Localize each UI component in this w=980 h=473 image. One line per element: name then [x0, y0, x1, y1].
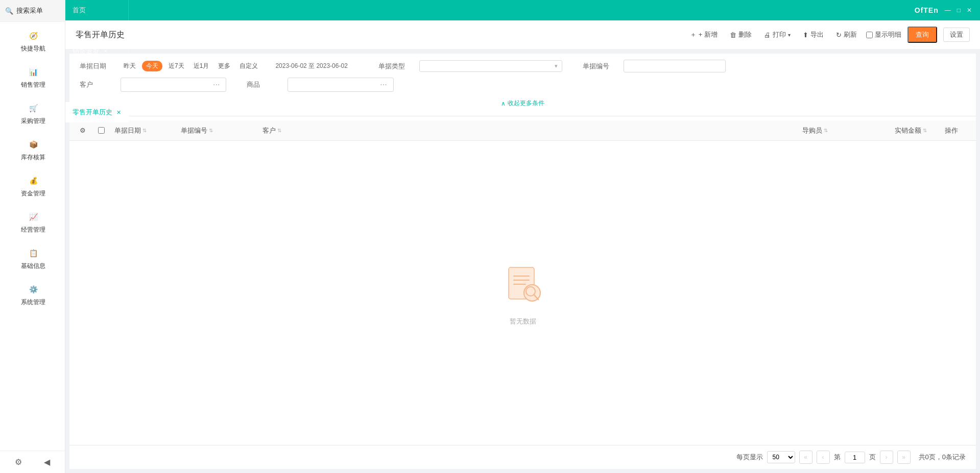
nav-icon-base-info: 📋: [27, 246, 40, 260]
minimize-icon[interactable]: —: [945, 7, 951, 14]
prev-page-btn[interactable]: ‹: [817, 451, 830, 464]
tab-label-retail-open-history: 零售开单历史: [73, 108, 112, 117]
sidebar-item-base-info[interactable]: 📋 基础信息: [0, 239, 65, 276]
nav-label-quick-nav: 快捷导航: [21, 44, 45, 53]
date-btn-custom[interactable]: 自定义: [236, 61, 261, 71]
th-num-sort-icon[interactable]: ⇅: [209, 128, 213, 133]
nav-label-purchase-mgmt: 采购管理: [21, 117, 45, 126]
refresh-button[interactable]: ↻ 刷新: [833, 28, 860, 41]
page-size-label: 每页显示: [736, 453, 763, 462]
delete-label: 删除: [738, 30, 752, 39]
tab-home[interactable]: 首页: [65, 0, 129, 20]
tab-label-home: 首页: [73, 6, 86, 15]
print-button[interactable]: 🖨 打印 ▾: [761, 28, 794, 41]
print-icon: 🖨: [764, 31, 771, 39]
display-detail-toggle[interactable]: 显示明细: [866, 30, 901, 39]
th-checkbox[interactable]: [92, 127, 110, 134]
goods-input[interactable]: [292, 81, 378, 89]
doc-num-input[interactable]: [624, 60, 726, 72]
close-window-icon[interactable]: ✕: [967, 7, 972, 14]
next-page-btn[interactable]: ›: [880, 451, 893, 464]
delete-button[interactable]: 🗑 删除: [727, 28, 755, 41]
doc-num-label: 单据编号: [583, 62, 613, 71]
settings-button[interactable]: 设置: [943, 28, 970, 42]
nav-icon-sales-mgmt: 📊: [27, 65, 40, 79]
query-button[interactable]: 查询: [907, 27, 937, 43]
sidebar-item-system-mgmt[interactable]: ⚙️ 系统管理: [0, 276, 65, 312]
tab-sales-order[interactable]: 销售订单✕: [65, 20, 129, 41]
export-button[interactable]: ⬆ 导出: [800, 28, 827, 41]
tab-close-sales-return-history[interactable]: ✕: [116, 69, 121, 74]
collapse-label: 收起更多条件: [508, 99, 544, 108]
th-customer-sort-icon[interactable]: ⇅: [277, 128, 281, 133]
goods-picker-icon[interactable]: ···: [378, 80, 389, 89]
customer-picker-icon[interactable]: ···: [211, 80, 222, 89]
th-amount-label: 实销金额: [895, 126, 921, 135]
nav-icon-operations: 📈: [27, 210, 40, 223]
collapse-bar[interactable]: ∧ 收起更多条件: [80, 97, 966, 110]
tab-close-sales-order[interactable]: ✕: [103, 28, 108, 34]
select-all-checkbox[interactable]: [98, 127, 105, 134]
sidebar-item-finance[interactable]: 💰 资金管理: [0, 167, 65, 203]
doc-type-select[interactable]: ▾: [419, 60, 562, 72]
nav-icon-system-mgmt: ⚙️: [27, 283, 40, 296]
doc-type-label: 单据类型: [378, 62, 409, 71]
sidebar-item-inventory[interactable]: 📦 库存核算: [0, 131, 65, 167]
maximize-icon[interactable]: □: [957, 7, 961, 14]
sidebar-item-sales-mgmt[interactable]: 📊 销售管理: [0, 58, 65, 94]
date-btn-last1m[interactable]: 近1月: [190, 61, 212, 71]
sidebar-search[interactable]: 🔍 搜索采单: [0, 0, 65, 22]
th-gear[interactable]: ⚙: [74, 127, 92, 134]
date-btn-last7[interactable]: 近7天: [165, 61, 187, 71]
date-btn-today[interactable]: 今天: [142, 61, 162, 71]
print-label: 打印: [773, 30, 786, 39]
add-button[interactable]: ＋ + 新增: [687, 28, 721, 41]
customer-input-wrap: ···: [121, 78, 226, 92]
tab-bar: 首页销售订单✕销货退货✕销货退货历史✕零售开单✕零售开单历史✕ OfTEn — …: [65, 0, 980, 20]
date-btn-more[interactable]: 更多: [215, 61, 233, 71]
settings-label: 设置: [950, 30, 963, 39]
tab-retail-open-history[interactable]: 零售开单历史✕: [65, 102, 129, 122]
filter-row-1: 单据日期 昨天 今天 近7天 近1月 更多 自定义 2023-06-02 至 2…: [80, 60, 966, 72]
first-page-btn[interactable]: «: [799, 451, 812, 464]
sidebar-nav: 🧭 快捷导航 📊 销售管理 🛒 采购管理 📦 库存核算 💰 资金管理 📈 经营管…: [0, 22, 65, 312]
tab-retail-open[interactable]: 零售开单✕: [65, 82, 129, 102]
customer-input[interactable]: [125, 81, 211, 89]
th-action: 操作: [931, 126, 972, 135]
tabs-container: 首页销售订单✕销货退货✕销货退货历史✕零售开单✕零售开单历史✕: [65, 0, 129, 20]
settings-footer-icon[interactable]: ⚙: [15, 457, 22, 467]
display-label: 显示明细: [875, 30, 901, 39]
sidebar-item-quick-nav[interactable]: 🧭 快捷导航: [0, 22, 65, 58]
tab-close-retail-open[interactable]: ✕: [103, 89, 108, 95]
brand-logo: OfTEn: [915, 6, 939, 14]
export-label: 导出: [810, 30, 824, 39]
tab-close-sales-return[interactable]: ✕: [103, 48, 108, 54]
tab-sales-return[interactable]: 销货退货✕: [65, 41, 129, 61]
page-size-select[interactable]: 50 20 100 200: [767, 451, 795, 463]
th-amount-sort-icon[interactable]: ⇅: [923, 128, 927, 133]
th-salesman: 导购员 ⇅: [798, 126, 859, 135]
collapse-footer-icon[interactable]: ◀: [44, 457, 50, 467]
content-card: 单据日期 昨天 今天 近7天 近1月 更多 自定义 2023-06-02 至 2…: [69, 54, 976, 469]
th-amount: 实销金额 ⇅: [859, 126, 931, 135]
nav-icon-finance: 💰: [27, 174, 40, 187]
th-salesman-sort-icon[interactable]: ⇅: [824, 128, 828, 133]
goods-input-wrap: ···: [288, 78, 393, 92]
last-page-btn[interactable]: »: [897, 451, 911, 464]
sidebar-item-purchase-mgmt[interactable]: 🛒 采购管理: [0, 94, 65, 131]
delete-icon: 🗑: [730, 31, 736, 39]
column-settings-icon[interactable]: ⚙: [80, 127, 86, 134]
page-label-after: 页: [869, 453, 876, 462]
th-date-sort-icon[interactable]: ⇅: [142, 128, 147, 133]
goods-label: 商品: [247, 80, 277, 89]
nav-icon-inventory: 📦: [27, 138, 40, 151]
page-number-input[interactable]: [845, 452, 865, 463]
export-icon: ⬆: [803, 31, 808, 39]
display-detail-checkbox[interactable]: [866, 32, 873, 38]
empty-state: 暂无数据: [69, 141, 976, 445]
add-label: + 新增: [699, 30, 718, 39]
table-area: ⚙ 单据日期 ⇅ 单据编号 ⇅ 客户 ⇅: [69, 120, 976, 445]
tab-close-retail-open-history[interactable]: ✕: [116, 110, 121, 115]
sidebar-item-operations[interactable]: 📈 经营管理: [0, 203, 65, 239]
tab-sales-return-history[interactable]: 销货退货历史✕: [65, 61, 129, 82]
